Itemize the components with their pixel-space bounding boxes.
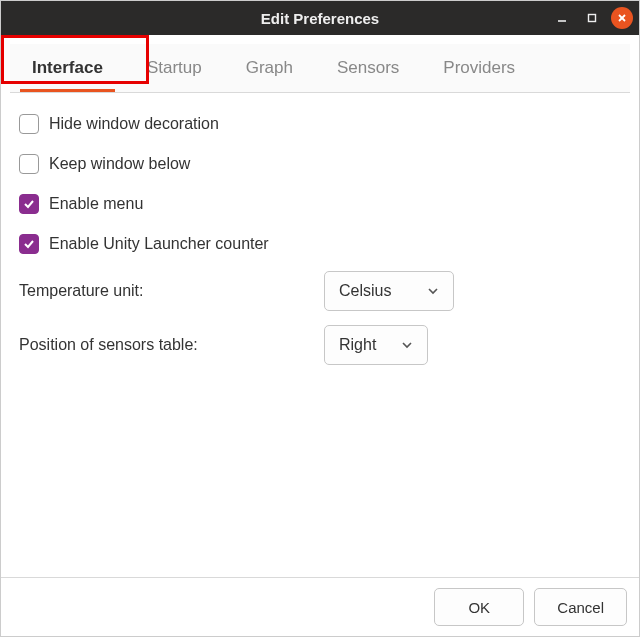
tab-label: Interface — [32, 58, 103, 77]
button-label: Cancel — [557, 599, 604, 616]
tab-label: Startup — [147, 58, 202, 77]
checkbox-label: Keep window below — [49, 155, 190, 173]
tab-sensors[interactable]: Sensors — [315, 44, 421, 92]
checkbox-label: Hide window decoration — [49, 115, 219, 133]
ok-button[interactable]: OK — [434, 588, 524, 626]
button-label: OK — [468, 599, 490, 616]
select-value: Right — [339, 336, 376, 354]
minimize-button[interactable] — [551, 7, 573, 29]
checkbox-enable-unity-launcher-counter[interactable] — [19, 234, 39, 254]
chevron-down-icon — [401, 337, 413, 354]
tab-graph[interactable]: Graph — [224, 44, 315, 92]
checkbox-enable-menu[interactable] — [19, 194, 39, 214]
tab-bar-wrap: Interface Startup Graph Sensors Provider… — [1, 35, 639, 93]
field-label: Position of sensors table: — [19, 336, 324, 354]
window-controls — [551, 1, 633, 35]
tab-content-interface: Hide window decoration Keep window below… — [1, 93, 639, 577]
titlebar: Edit Preferences — [1, 1, 639, 35]
select-sensors-table-position[interactable]: Right — [324, 325, 428, 365]
tab-label: Providers — [443, 58, 515, 77]
checkbox-hide-window-decoration[interactable] — [19, 114, 39, 134]
checkbox-label: Enable menu — [49, 195, 143, 213]
checkbox-label: Enable Unity Launcher counter — [49, 235, 269, 253]
maximize-button[interactable] — [581, 7, 603, 29]
maximize-icon — [586, 12, 598, 24]
select-value: Celsius — [339, 282, 391, 300]
tab-bar: Interface Startup Graph Sensors Provider… — [10, 44, 630, 93]
option-enable-unity-launcher-counter: Enable Unity Launcher counter — [19, 231, 621, 257]
option-hide-window-decoration: Hide window decoration — [19, 111, 621, 137]
tab-label: Sensors — [337, 58, 399, 77]
checkbox-keep-window-below[interactable] — [19, 154, 39, 174]
minimize-icon — [556, 12, 568, 24]
window-title: Edit Preferences — [1, 10, 639, 27]
preferences-window: Edit Preferences Interface Startup Graph… — [0, 0, 640, 637]
option-enable-menu: Enable menu — [19, 191, 621, 217]
tab-startup[interactable]: Startup — [125, 44, 224, 92]
field-label: Temperature unit: — [19, 282, 324, 300]
tab-label: Graph — [246, 58, 293, 77]
field-temperature-unit: Temperature unit: Celsius — [19, 271, 621, 311]
select-temperature-unit[interactable]: Celsius — [324, 271, 454, 311]
cancel-button[interactable]: Cancel — [534, 588, 627, 626]
svg-rect-1 — [589, 15, 596, 22]
check-icon — [22, 197, 36, 211]
field-sensors-table-position: Position of sensors table: Right — [19, 325, 621, 365]
option-keep-window-below: Keep window below — [19, 151, 621, 177]
tab-interface[interactable]: Interface — [10, 44, 125, 92]
dialog-footer: OK Cancel — [1, 577, 639, 636]
close-icon — [616, 12, 628, 24]
chevron-down-icon — [427, 283, 439, 300]
close-button[interactable] — [611, 7, 633, 29]
tab-providers[interactable]: Providers — [421, 44, 537, 92]
check-icon — [22, 237, 36, 251]
